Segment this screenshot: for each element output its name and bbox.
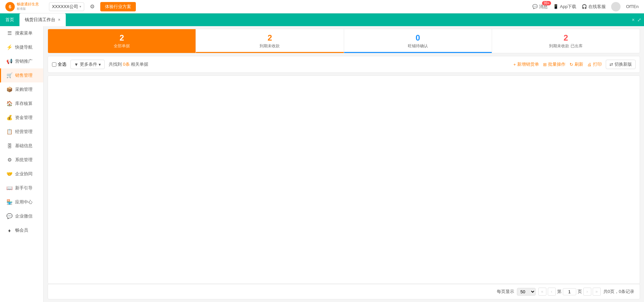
filter-label: 更多条件	[80, 61, 97, 67]
add-icon: +	[513, 62, 516, 67]
sidebar-item-system[interactable]: ⚙ 系统管理	[0, 153, 43, 167]
sidebar-item-system-label: 系统管理	[15, 157, 33, 163]
found-count: 0条	[123, 62, 130, 67]
toolbar-right: + 新增销货单 ⊞ 批量操作 ↻ 刷新 🖨 打印 ⇄ 切换新版	[513, 60, 636, 69]
chevron-down-icon: ▾	[79, 5, 81, 8]
stat-label-shipped: 到期未收款 已出库	[549, 43, 582, 49]
experience-button[interactable]: 体验行业方案	[100, 2, 136, 11]
refresh-button[interactable]: ↻ 刷新	[570, 61, 583, 67]
prev-page-button[interactable]: ‹	[548, 288, 556, 296]
sidebar-item-basicinfo-label: 基础信息	[15, 143, 33, 149]
window-expand-icon[interactable]: ⤢	[637, 17, 641, 22]
sidebar-item-purchase-label: 采购管理	[15, 86, 33, 93]
sidebar-item-member-label: 畅会员	[15, 227, 28, 233]
sidebar-item-member[interactable]: ♦ 畅会员	[0, 223, 43, 237]
stat-card-overdue[interactable]: 2 到期未收款	[196, 29, 344, 53]
settings-button[interactable]: ⚙	[88, 2, 97, 11]
guide-icon: 📖	[6, 185, 12, 191]
stat-card-wangpu[interactable]: 0 旺铺待确认	[344, 29, 492, 53]
stat-number-wangpu: 0	[416, 33, 420, 43]
logo-name: 畅捷通好生意	[17, 2, 39, 6]
stat-number-overdue: 2	[268, 33, 272, 43]
page-label: 第	[557, 289, 561, 295]
sidebar-item-guide[interactable]: 📖 新手引导	[0, 181, 43, 195]
pagination: 每页显示 50 100 200 « ‹ 第 页 › » 共0页，0条记录	[48, 284, 640, 299]
batch-operation-button[interactable]: ⊞ 批量操作	[543, 61, 566, 67]
top-bar: 6 畅捷通好生意 标准版 XXXXXX公司 ▾ ⚙ 体验行业方案 💬 消息 99…	[0, 0, 644, 13]
first-page-button[interactable]: «	[538, 288, 546, 296]
sidebar-item-sales[interactable]: 🛒 销售管理	[0, 68, 43, 82]
message-button[interactable]: 💬 消息 99+	[532, 4, 548, 10]
enterprise-icon: 🤝	[6, 171, 12, 177]
service-icon: 🎧	[582, 4, 587, 9]
sidebar-item-marketing[interactable]: 📢 营销推广	[0, 54, 43, 68]
window-close-icon[interactable]: ×	[632, 17, 635, 22]
sidebar-item-quicknav[interactable]: ⚡ 快捷导航	[0, 40, 43, 54]
toolbar: 全选 ▼ 更多条件 ▾ 共找到 0条 相关单据 + 新增销货单 ⊞ 批量操作	[48, 56, 640, 73]
next-page-button[interactable]: ›	[583, 288, 591, 296]
sidebar-item-search-label: 搜索菜单	[15, 30, 33, 36]
sidebar-item-basicinfo[interactable]: 🗄 基础信息	[0, 139, 43, 153]
batch-icon: ⊞	[543, 62, 547, 67]
sidebar-item-finance-label: 资金管理	[15, 115, 33, 121]
refresh-label: 刷新	[575, 61, 583, 67]
app-download-button[interactable]: 📱 App下载	[553, 4, 576, 10]
company-selector[interactable]: XXXXXX公司 ▾	[49, 2, 84, 11]
sidebar: ☰ 搜索菜单 ⚡ 快捷导航 📢 营销推广 🛒 销售管理 📦 采购管理 🏠 库存核…	[0, 26, 44, 302]
per-page-select[interactable]: 50 100 200	[517, 288, 536, 296]
select-all-checkbox[interactable]	[52, 62, 56, 67]
select-all-label: 全选	[58, 61, 66, 67]
company-name: XXXXXX公司	[52, 4, 78, 10]
found-prefix: 共找到	[109, 62, 122, 67]
tab-work-station-label: 钱货日清工作台	[25, 17, 55, 23]
sidebar-item-wecom-label: 企业微信	[15, 213, 33, 219]
user-name[interactable]: OfTEn	[626, 4, 639, 9]
tab-close-icon[interactable]: ×	[58, 17, 60, 22]
top-bar-left: 6 畅捷通好生意 标准版 XXXXXX公司 ▾ ⚙ 体验行业方案	[5, 2, 136, 11]
switch-version-button[interactable]: ⇄ 切换新版	[606, 60, 636, 69]
sidebar-item-search[interactable]: ☰ 搜索菜单	[0, 26, 43, 40]
found-suffix: 相关单据	[131, 62, 148, 67]
operations-icon: 📋	[6, 129, 12, 135]
marketing-icon: 📢	[6, 58, 12, 64]
app-icon: 📱	[553, 4, 558, 9]
main-layout: ☰ 搜索菜单 ⚡ 快捷导航 📢 营销推广 🛒 销售管理 📦 采购管理 🏠 库存核…	[0, 26, 644, 302]
page-input[interactable]	[563, 288, 576, 295]
page-nav: « ‹ 第 页 › »	[538, 288, 601, 296]
sidebar-item-enterprise[interactable]: 🤝 企业协同	[0, 167, 43, 181]
sidebar-item-marketing-label: 营销推广	[15, 58, 33, 64]
appcenter-icon: 🏪	[6, 199, 12, 205]
page-suffix: 页	[578, 289, 582, 295]
sidebar-item-appcenter-label: 应用中心	[15, 199, 33, 205]
filter-button[interactable]: ▼ 更多条件 ▾	[70, 60, 105, 69]
print-button[interactable]: 🖨 打印	[587, 61, 602, 67]
stat-number-all: 2	[119, 33, 124, 43]
stat-card-shipped[interactable]: 2 到期未收款 已出库	[492, 29, 640, 53]
last-page-button[interactable]: »	[593, 288, 601, 296]
sidebar-item-inventory[interactable]: 🏠 库存核算	[0, 97, 43, 111]
stat-label-overdue: 到期未收款	[260, 43, 280, 49]
table-area	[48, 75, 640, 284]
tab-home[interactable]: 首页	[0, 13, 19, 26]
tab-work-station[interactable]: 钱货日清工作台 ×	[19, 13, 66, 26]
sidebar-item-operations[interactable]: 📋 经营管理	[0, 125, 43, 139]
content-area: 2 全部单据 2 到期未收款 0 旺铺待确认 2 到期未收款 已出库 全选	[44, 26, 644, 302]
logo-sub: 标准版	[17, 7, 39, 11]
total-text: 共0页，0条记录	[603, 289, 634, 295]
sidebar-item-purchase[interactable]: 📦 采购管理	[0, 82, 43, 97]
sidebar-item-wecom[interactable]: 💬 企业微信	[0, 209, 43, 223]
sidebar-item-guide-label: 新手引导	[15, 185, 33, 191]
stat-underline-overdue	[196, 52, 343, 53]
sidebar-item-appcenter[interactable]: 🏪 应用中心	[0, 195, 43, 209]
online-service-button[interactable]: 🎧 在线客服	[582, 4, 606, 10]
message-icon: 💬	[532, 4, 538, 9]
top-bar-right: 💬 消息 99+ 📱 App下载 🎧 在线客服 OfTEn	[532, 2, 639, 11]
batch-label: 批量操作	[548, 61, 566, 67]
filter-arrow-icon: ▾	[99, 62, 101, 67]
stats-row: 2 全部单据 2 到期未收款 0 旺铺待确认 2 到期未收款 已出库	[48, 29, 640, 53]
quicknav-icon: ⚡	[6, 44, 12, 50]
sidebar-item-finance[interactable]: 💰 资金管理	[0, 111, 43, 125]
sidebar-item-inventory-label: 库存核算	[15, 101, 33, 107]
add-sale-order-button[interactable]: + 新增销货单	[513, 61, 539, 67]
stat-card-all[interactable]: 2 全部单据	[48, 29, 196, 53]
